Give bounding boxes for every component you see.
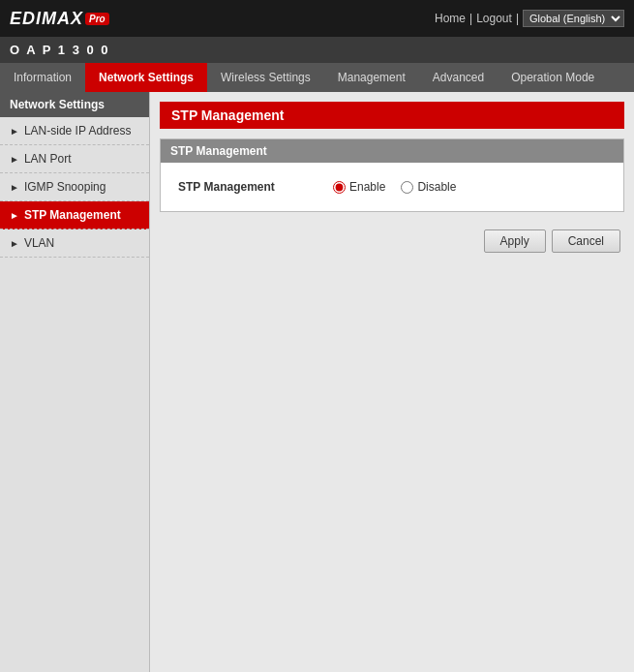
language-select[interactable]: Global (English) bbox=[523, 10, 624, 27]
stp-section-box: STP Management STP Management Enable Dis… bbox=[160, 138, 624, 212]
radio-disable[interactable] bbox=[401, 181, 413, 194]
sidebar-item-igmp[interactable]: ► IGMP Snooping bbox=[0, 173, 149, 201]
sidebar-item-lan-port[interactable]: ► LAN Port bbox=[0, 145, 149, 173]
radio-enable-label[interactable]: Enable bbox=[349, 180, 385, 194]
logo: EDIMAX Pro bbox=[10, 9, 109, 29]
separator2: | bbox=[516, 12, 519, 25]
radio-enable[interactable] bbox=[333, 181, 346, 194]
tab-information[interactable]: Information bbox=[0, 63, 85, 92]
nav-tabs: Information Network Settings Wireless Se… bbox=[0, 63, 634, 92]
arrow-icon: ► bbox=[10, 238, 19, 249]
tab-management[interactable]: Management bbox=[324, 63, 419, 92]
arrow-icon: ► bbox=[10, 126, 19, 137]
arrow-icon: ► bbox=[10, 210, 19, 221]
tab-network-settings[interactable]: Network Settings bbox=[85, 63, 207, 92]
logo-pro: Pro bbox=[85, 13, 109, 25]
arrow-icon: ► bbox=[10, 154, 19, 165]
sidebar-item-label: LAN Port bbox=[24, 152, 72, 166]
separator1: | bbox=[469, 12, 472, 25]
arrow-icon: ► bbox=[10, 182, 19, 193]
device-name: O A P 1 3 0 0 bbox=[10, 43, 110, 57]
logout-link[interactable]: Logout bbox=[476, 12, 512, 25]
radio-disable-group: Disable bbox=[401, 180, 456, 194]
tab-wireless-settings[interactable]: Wireless Settings bbox=[207, 63, 324, 92]
sidebar-item-vlan[interactable]: ► VLAN bbox=[0, 229, 149, 258]
page-title: STP Management bbox=[160, 102, 624, 129]
content-area: STP Management STP Management STP Manage… bbox=[150, 92, 634, 672]
sidebar-item-label: LAN-side IP Address bbox=[24, 124, 132, 137]
sidebar-item-lan-ip[interactable]: ► LAN-side IP Address bbox=[0, 117, 149, 145]
radio-disable-label[interactable]: Disable bbox=[417, 180, 456, 194]
radio-enable-group: Enable bbox=[333, 180, 385, 194]
sidebar-item-label: STP Management bbox=[24, 208, 121, 222]
sidebar: Network Settings ► LAN-side IP Address ►… bbox=[0, 92, 150, 672]
header: EDIMAX Pro Home | Logout | Global (Engli… bbox=[0, 0, 634, 37]
section-header: STP Management bbox=[161, 139, 623, 163]
sidebar-item-stp[interactable]: ► STP Management bbox=[0, 201, 149, 229]
device-bar: O A P 1 3 0 0 bbox=[0, 37, 634, 63]
tab-advanced[interactable]: Advanced bbox=[419, 63, 498, 92]
cancel-button[interactable]: Cancel bbox=[552, 229, 620, 253]
header-links: Home | Logout | Global (English) bbox=[435, 10, 624, 27]
sidebar-item-label: VLAN bbox=[24, 236, 54, 250]
tab-operation-mode[interactable]: Operation Mode bbox=[498, 63, 608, 92]
apply-button[interactable]: Apply bbox=[484, 229, 546, 253]
stp-label: STP Management bbox=[178, 180, 333, 194]
main-layout: Network Settings ► LAN-side IP Address ►… bbox=[0, 92, 634, 672]
stp-management-row: STP Management Enable Disable bbox=[170, 174, 614, 199]
logo-text: EDIMAX bbox=[10, 9, 83, 29]
stp-radio-group: Enable Disable bbox=[333, 180, 456, 194]
home-link[interactable]: Home bbox=[435, 12, 466, 25]
sidebar-title: Network Settings bbox=[0, 92, 149, 117]
buttons-row: Apply Cancel bbox=[160, 222, 624, 257]
sidebar-item-label: IGMP Snooping bbox=[24, 180, 106, 194]
section-body: STP Management Enable Disable bbox=[161, 163, 623, 211]
